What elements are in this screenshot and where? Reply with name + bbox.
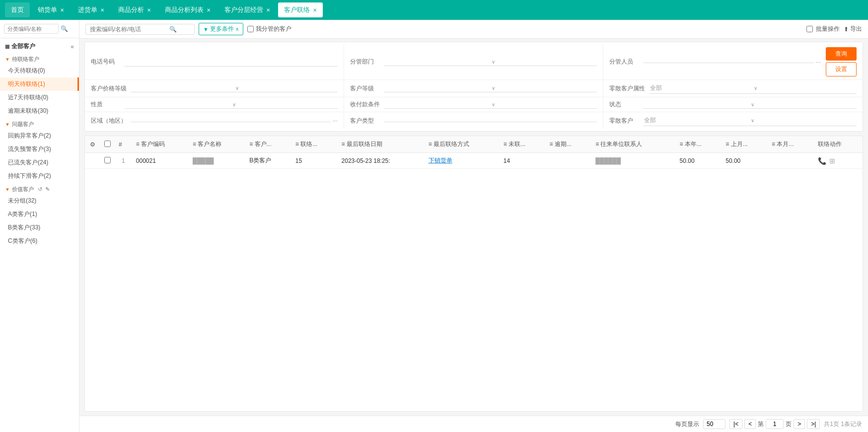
nav-item-product-list[interactable]: 商品分析列表 ✕ (159, 2, 217, 17)
nav-label-product-analysis: 商品分析 (118, 5, 144, 14)
first-page-btn[interactable]: |< (729, 419, 742, 429)
filter-payment-select[interactable]: ∨ (384, 101, 597, 109)
sidebar-item-tomorrow[interactable]: 明天待联络(1) (0, 77, 79, 91)
filter-price-level-select[interactable]: ∨ (131, 84, 338, 92)
filter-panel: 电话号码 分管部门 ∨ 分管人员 ··· (84, 42, 863, 132)
row-last-way[interactable]: 下销货单 (425, 153, 500, 169)
col-overdue[interactable]: ≡ 逾期... (545, 136, 591, 153)
filter-retail-attr-select[interactable]: 全部 ∨ (649, 83, 857, 94)
value-refresh-icon[interactable]: ↺ (38, 186, 42, 193)
nav-item-purchase[interactable]: 进货单 ✕ (72, 2, 110, 17)
main-content: 🔍 ▼ 更多条件 ∧ 我分管的客户 批量操作 ⬆ 导出 (79, 20, 868, 432)
filter-customer-level-select[interactable]: ∨ (384, 84, 597, 92)
nav-item-sales[interactable]: 销货单 ✕ (32, 2, 70, 17)
filter-phone-label: 电话号码 (91, 58, 121, 66)
sidebar-collapse-icon[interactable]: « (71, 43, 74, 50)
last-page-btn[interactable]: >| (807, 419, 820, 429)
filter-customer-type-select[interactable] (384, 120, 597, 122)
batch-check[interactable] (806, 26, 813, 32)
row-this-month (768, 153, 814, 169)
nav-close-customer-contact[interactable]: ✕ (313, 7, 317, 13)
filter-manager-select[interactable] (643, 61, 814, 63)
my-customers-check[interactable] (247, 26, 254, 32)
query-button[interactable]: 查询 (826, 47, 857, 61)
col-unit-contact[interactable]: ≡ 往来单位联系人 (591, 136, 675, 153)
value-edit-icon[interactable]: ✎ (45, 186, 50, 193)
col-checkbox[interactable] (100, 136, 115, 153)
export-btn[interactable]: ⬆ 导出 (844, 25, 862, 33)
sidebar-search-icon[interactable]: 🔍 (61, 25, 68, 32)
sidebar-item-declining[interactable]: 持续下滑客户(2) (0, 169, 79, 183)
sidebar-item-7days-label: 近7天待联络(0) (8, 94, 48, 101)
col-contacts[interactable]: ≡ 联络... (291, 136, 338, 153)
sidebar-item-overdue[interactable]: 逾期未联络(30) (0, 104, 79, 118)
col-uncontacted[interactable]: ≡ 未联... (500, 136, 546, 153)
my-customers-checkbox[interactable]: 我分管的客户 (247, 25, 291, 33)
col-last-way[interactable]: ≡ 最后联络方式 (425, 136, 500, 153)
nav-item-customer-ops[interactable]: 客户分层经营 ✕ (218, 2, 276, 17)
batch-op-btn[interactable]: 批量操作 (806, 25, 840, 33)
row-select-checkbox[interactable] (104, 157, 111, 163)
filter-row-4: 区域（地区） ··· 客户类型 零散客户 全部 ∨ (85, 112, 863, 129)
filter-retail-customer-select[interactable]: 全部 ∨ (643, 115, 857, 126)
sidebar-item-repurchase-anomaly[interactable]: 回购异常客户(2) (0, 129, 79, 143)
filter-status-label: 状态 (609, 100, 639, 109)
nav-item-customer-contact[interactable]: 客户联络 ✕ (278, 2, 323, 17)
sidebar-item-ungrouped[interactable]: 未分组(32) (0, 194, 79, 208)
page-size-select[interactable]: 50 20 100 (703, 419, 725, 429)
filter-region-more-icon[interactable]: ··· (333, 117, 338, 124)
action-phone-icon[interactable]: 📞 (818, 157, 826, 165)
col-level[interactable]: ≡ 客户... (245, 136, 291, 153)
search-input[interactable] (90, 26, 169, 33)
col-this-year[interactable]: ≡ 本年... (676, 136, 722, 153)
filter-manager-label: 分管人员 (609, 58, 639, 66)
filter-nature-select[interactable]: ∨ (125, 101, 338, 109)
row-checkbox[interactable] (100, 153, 115, 169)
group-title-value: 价值客户 (12, 186, 34, 193)
sidebar-item-today[interactable]: 今天待联络(0) (0, 64, 79, 77)
filter-status-select[interactable]: ∨ (643, 101, 857, 109)
filter-region-select[interactable] (131, 120, 331, 122)
action-grid-icon[interactable]: ⊞ (829, 157, 835, 165)
sidebar-search-input[interactable] (4, 24, 59, 34)
filter-phone-input[interactable] (125, 57, 338, 67)
nav-label-customer-ops: 客户分层经营 (224, 5, 263, 14)
sidebar-item-class-c-label: C类客户(6) (8, 237, 37, 244)
col-last-date[interactable]: ≡ 最后联络日期 (338, 136, 425, 153)
filter-dept-label: 分管部门 (350, 58, 380, 66)
nav-close-purchase[interactable]: ✕ (100, 7, 104, 13)
nav-close-product-analysis[interactable]: ✕ (147, 7, 151, 13)
nav-close-product-list[interactable]: ✕ (207, 7, 211, 13)
sidebar-item-class-c[interactable]: C类客户(6) (0, 234, 79, 248)
select-all-checkbox[interactable] (104, 141, 111, 147)
more-filter-btn[interactable]: ▼ 更多条件 ∧ (199, 23, 243, 35)
next-page-btn[interactable]: > (794, 419, 805, 429)
filter-dept-select[interactable]: ∨ (384, 58, 597, 66)
filter-retail-attr-label: 零散客户属性 (609, 84, 645, 93)
filter-region: 区域（地区） ··· (85, 112, 344, 129)
nav-item-product-analysis[interactable]: 商品分析 ✕ (112, 2, 157, 17)
sidebar-item-class-b[interactable]: B类客户(33) (0, 221, 79, 234)
col-this-month[interactable]: ≡ 本月... (768, 136, 814, 153)
search-icon[interactable]: 🔍 (169, 26, 177, 33)
filter-manager-more-icon[interactable]: ··· (816, 59, 821, 66)
set-button[interactable]: 设置 (826, 62, 857, 76)
prev-page-btn[interactable]: < (744, 419, 756, 429)
sidebar-item-class-a[interactable]: A类客户(1) (0, 208, 79, 221)
col-settings[interactable]: ⚙ (85, 136, 100, 153)
row-settings (85, 153, 100, 169)
col-code[interactable]: ≡ 客户编码 (132, 136, 189, 153)
page-number-input[interactable] (766, 419, 784, 429)
col-last-month[interactable]: ≡ 上月... (722, 136, 768, 153)
sidebar-all-customers[interactable]: ▦ 全部客户 « (0, 38, 79, 53)
pagination: |< < 第 页 > >| (729, 419, 820, 429)
col-name[interactable]: ≡ 客户名称 (189, 136, 245, 153)
nav-item-home[interactable]: 首页 (5, 2, 30, 17)
sidebar-group-problem: ▼ 问题客户 (0, 118, 79, 129)
sidebar-item-7days[interactable]: 近7天待联络(0) (0, 91, 79, 104)
sidebar-item-churned[interactable]: 已流失客户(24) (0, 156, 79, 169)
sidebar-item-churn-warning[interactable]: 流失预警客户(3) (0, 143, 79, 156)
nav-close-customer-ops[interactable]: ✕ (266, 7, 270, 13)
nav-close-sales[interactable]: ✕ (60, 7, 64, 13)
table-footer: 每页显示 50 20 100 |< < 第 页 > >| 共1页 1条记录 (79, 416, 868, 432)
